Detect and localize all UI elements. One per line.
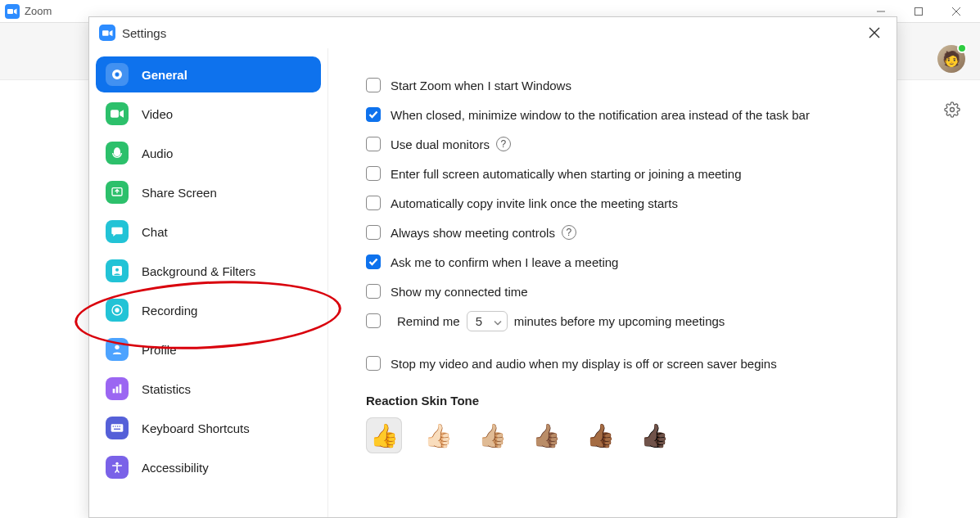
svg-point-15	[115, 308, 119, 312]
share-icon	[106, 181, 129, 204]
reaction-skin-tone-list: 👍👍🏻👍🏼👍🏽👍🏾👍🏿	[366, 417, 877, 453]
option-row: When closed, minimize window to the noti…	[366, 101, 877, 128]
reaction-skin-tone-title: Reaction Skin Tone	[366, 394, 877, 408]
option-label: Use dual monitors	[391, 137, 490, 151]
option-remind-me: Remind me 5 minutes before my upcoming m…	[366, 307, 877, 335]
checkbox[interactable]	[366, 166, 381, 181]
svg-point-9	[115, 73, 118, 75]
skin-tone-option[interactable]: 👍	[366, 417, 402, 453]
svg-rect-25	[114, 429, 120, 430]
svg-point-26	[115, 462, 118, 465]
sidebar-item-bgfilters[interactable]: Background & Filters	[96, 253, 321, 289]
option-row: Always show meeting controls?	[366, 218, 877, 246]
sidebar-item-label: Audio	[142, 146, 173, 160]
checkbox[interactable]	[366, 78, 381, 92]
settings-gear-button[interactable]	[941, 98, 964, 121]
sidebar-item-label: Statistics	[142, 382, 191, 396]
settings-content-general: Start Zoom when I start WindowsWhen clos…	[328, 48, 896, 517]
checkbox[interactable]	[366, 107, 381, 122]
option-label: Enter full screen automatically when sta…	[391, 167, 742, 181]
svg-rect-6	[102, 30, 109, 36]
general-icon	[106, 63, 129, 86]
chevron-down-icon	[494, 314, 502, 328]
option-label: Ask me to confirm when I leave a meeting	[391, 255, 618, 269]
skin-tone-option[interactable]: 👍🏻	[420, 417, 456, 453]
help-icon[interactable]: ?	[562, 225, 576, 240]
sidebar-item-label: Keyboard Shortcuts	[142, 421, 250, 435]
sidebar-item-video[interactable]: Video	[96, 96, 321, 132]
checkbox[interactable]	[366, 137, 381, 151]
option-row: Ask me to confirm when I leave a meeting	[366, 248, 877, 276]
skin-tone-option[interactable]: 👍🏼	[474, 417, 510, 453]
checkbox[interactable]	[366, 254, 381, 269]
keyboard-icon	[106, 417, 129, 439]
sidebar-item-stats[interactable]: Statistics	[96, 371, 321, 407]
settings-titlebar: Settings	[89, 17, 896, 48]
remind-suffix-label: minutes before my upcoming meetings	[514, 314, 725, 328]
sidebar-item-label: Video	[142, 107, 173, 121]
checkbox-stop-video[interactable]	[366, 356, 381, 371]
checkbox[interactable]	[366, 284, 381, 299]
skin-tone-option[interactable]: 👍🏽	[528, 417, 564, 453]
skin-tone-option[interactable]: 👍🏾	[582, 417, 618, 453]
svg-rect-23	[117, 426, 118, 426]
option-label: Always show meeting controls	[391, 226, 555, 240]
svg-rect-24	[120, 426, 120, 426]
checkbox-remind-me[interactable]	[366, 313, 381, 328]
sidebar-item-label: Share Screen	[142, 186, 217, 200]
sidebar-item-chat[interactable]: Chat	[96, 214, 321, 250]
sidebar-item-share[interactable]: Share Screen	[96, 174, 321, 210]
stats-icon	[106, 377, 129, 400]
option-row: Start Zoom when I start Windows	[366, 71, 877, 99]
close-settings-button[interactable]	[862, 20, 887, 45]
sidebar-item-label: Accessibility	[142, 461, 209, 475]
sidebar-item-a11y[interactable]: Accessibility	[96, 449, 321, 485]
svg-rect-0	[7, 9, 13, 14]
bgfilters-icon	[106, 259, 129, 282]
option-label: Start Zoom when I start Windows	[391, 79, 571, 92]
sidebar-item-profile[interactable]: Profile	[96, 331, 321, 367]
close-window-button[interactable]	[937, 0, 975, 23]
sidebar-item-general[interactable]: General	[96, 56, 321, 92]
remind-minutes-value: 5	[476, 314, 482, 328]
profile-avatar[interactable]: 🧑	[937, 45, 965, 73]
a11y-icon	[106, 456, 129, 479]
option-label: When closed, minimize window to the noti…	[391, 108, 810, 122]
sidebar-item-keyboard[interactable]: Keyboard Shortcuts	[96, 410, 321, 446]
svg-rect-2	[915, 7, 923, 15]
profile-icon	[106, 338, 129, 361]
option-label: Show my connected time	[391, 285, 528, 299]
sidebar-item-recording[interactable]: Recording	[96, 292, 321, 328]
video-icon	[106, 102, 129, 125]
option-row: Show my connected time	[366, 277, 877, 305]
zoom-icon	[99, 25, 115, 41]
remind-minutes-select[interactable]: 5	[467, 311, 508, 331]
checkbox[interactable]	[366, 196, 381, 210]
sidebar-item-audio[interactable]: Audio	[96, 135, 321, 171]
svg-rect-20	[111, 424, 124, 431]
zoom-app-icon	[5, 4, 20, 19]
checkbox[interactable]	[366, 225, 381, 240]
svg-rect-21	[113, 426, 114, 426]
option-label: Automatically copy invite link once the …	[391, 196, 678, 210]
sidebar-item-label: General	[142, 68, 187, 82]
option-stop-video-on-screensaver: Stop my video and audio when my display …	[366, 349, 877, 377]
remind-prefix-label: Remind me	[397, 314, 460, 328]
svg-point-5	[951, 108, 955, 112]
svg-rect-19	[120, 385, 122, 394]
chat-icon	[106, 220, 129, 243]
maximize-button[interactable]	[900, 0, 937, 23]
settings-title: Settings	[122, 26, 166, 40]
recording-icon	[106, 299, 129, 322]
option-row: Automatically copy invite link once the …	[366, 189, 877, 217]
skin-tone-option[interactable]: 👍🏿	[636, 417, 672, 453]
svg-point-16	[115, 345, 119, 349]
svg-point-13	[115, 268, 119, 272]
app-title: Zoom	[25, 5, 52, 17]
settings-sidebar: GeneralVideoAudioShare ScreenChatBackgro…	[89, 48, 328, 517]
settings-window: Settings GeneralVideoAudioShare ScreenCh…	[88, 16, 897, 518]
help-icon[interactable]: ?	[496, 137, 511, 151]
sidebar-item-label: Chat	[142, 225, 168, 239]
stop-video-label: Stop my video and audio when my display …	[391, 357, 777, 371]
option-row: Enter full screen automatically when sta…	[366, 160, 877, 187]
